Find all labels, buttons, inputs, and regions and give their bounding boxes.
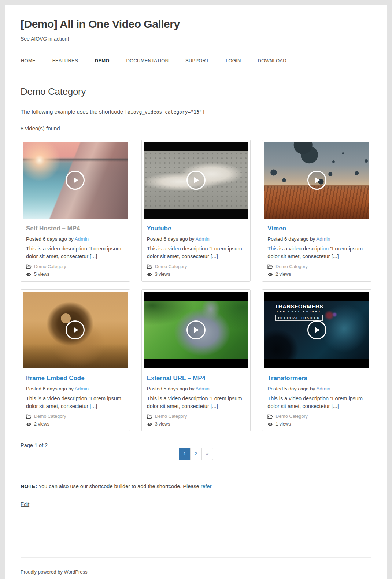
video-thumbnail[interactable] <box>23 142 128 219</box>
nav-item-download[interactable]: DOWNLOAD <box>258 58 286 63</box>
wordpress-credit-link[interactable]: Proudly powered by WordPress <box>21 569 88 575</box>
posted-text: Posted 5 days ago by <box>147 386 195 391</box>
video-thumbnail[interactable] <box>264 142 369 219</box>
video-posted-line: Posted 6 days ago by Admin <box>26 236 125 242</box>
video-thumbnail[interactable]: TRANSFORMERS THE LAST KNIGHT OFFICIAL TR… <box>264 292 369 368</box>
pagination-next[interactable]: » <box>201 448 213 460</box>
video-card: External URL – MP4 Posted 5 days ago by … <box>141 289 251 431</box>
video-title[interactable]: Vimeo <box>267 225 286 232</box>
video-posted-line: Posted 5 days ago by Admin <box>267 386 366 391</box>
video-card-body: Vimeo Posted 6 days ago by Admin This is… <box>264 219 369 277</box>
folder-icon <box>267 414 273 419</box>
video-card: Youtube Posted 6 days ago by Admin This … <box>141 140 251 282</box>
play-icon[interactable] <box>66 320 85 339</box>
video-category-row: Demo Category <box>26 264 125 269</box>
video-posted-line: Posted 6 days ago by Admin <box>267 236 366 242</box>
pagination-page-1[interactable]: 1 <box>179 448 191 460</box>
video-views-row: 3 views <box>147 422 245 427</box>
page-title: Demo Category <box>21 86 371 97</box>
category-label[interactable]: Demo Category <box>275 264 308 269</box>
eye-icon <box>26 272 32 276</box>
views-label: 1 views <box>275 422 291 427</box>
video-title[interactable]: Youtube <box>147 225 171 232</box>
author-link[interactable]: Admin <box>196 386 210 391</box>
posted-text: Posted 6 days ago by <box>147 236 195 242</box>
site-container: [Demo] All in One Video Gallery See AIOV… <box>5 5 387 579</box>
nav-item-demo[interactable]: DEMO <box>95 58 110 63</box>
views-label: 3 views <box>155 422 170 427</box>
author-link[interactable]: Admin <box>316 236 330 242</box>
play-icon[interactable] <box>186 171 206 190</box>
video-title[interactable]: External URL – MP4 <box>147 375 206 382</box>
category-label[interactable]: Demo Category <box>155 414 187 419</box>
video-card: Iframe Embed Code Posted 6 days ago by A… <box>21 289 130 431</box>
video-thumbnail[interactable] <box>144 292 249 368</box>
video-thumbnail[interactable] <box>144 142 249 219</box>
page-indicator: Page 1 of 2 <box>21 442 48 448</box>
author-link[interactable]: Admin <box>316 386 330 391</box>
play-icon[interactable] <box>66 171 85 190</box>
play-icon[interactable] <box>186 320 206 339</box>
video-card: Vimeo Posted 6 days ago by Admin This is… <box>262 140 371 282</box>
note-text: You can also use our shortcode builder t… <box>37 483 201 489</box>
video-card: Self Hosted – MP4 Posted 6 days ago by A… <box>21 140 130 282</box>
refer-link[interactable]: refer <box>201 483 212 489</box>
site-header: [Demo] All in One Video Gallery See AIOV… <box>21 18 371 42</box>
posted-text: Posted 6 days ago by <box>26 236 74 242</box>
video-views-row: 2 views <box>267 272 366 277</box>
play-icon[interactable] <box>307 171 326 190</box>
video-description: This is a video description."Lorem ipsum… <box>26 395 125 410</box>
author-link[interactable]: Admin <box>196 236 210 242</box>
eye-icon <box>147 422 152 426</box>
video-description: This is a video description."Lorem ipsum… <box>147 245 245 260</box>
video-description: This is a video description."Lorem ipsum… <box>267 395 366 410</box>
note-prefix: NOTE: <box>21 483 37 489</box>
eye-icon <box>267 422 273 426</box>
video-description: This is a video description."Lorem ipsum… <box>267 245 366 260</box>
nav-item-support[interactable]: SUPPORT <box>185 58 209 63</box>
video-views-row: 1 views <box>267 422 366 427</box>
video-views-row: 5 views <box>26 272 125 277</box>
video-title[interactable]: Self Hosted – MP4 <box>26 225 80 232</box>
author-link[interactable]: Admin <box>75 386 89 391</box>
shortcode-snippet: [aiovg_videos category="13"] <box>125 109 205 115</box>
overlay-title: TRANSFORMERS <box>271 303 326 309</box>
nav-item-home[interactable]: HOME <box>21 58 36 63</box>
video-count: 8 video(s) found <box>21 125 371 131</box>
video-title[interactable]: Transformers <box>267 375 307 382</box>
category-label[interactable]: Demo Category <box>34 414 66 419</box>
video-category-row: Demo Category <box>267 414 366 419</box>
pagination-page-2[interactable]: 2 <box>190 448 202 460</box>
video-card-body: External URL – MP4 Posted 5 days ago by … <box>144 368 249 427</box>
pagination: 12» <box>179 448 213 460</box>
video-category-row: Demo Category <box>267 264 366 269</box>
eye-icon <box>147 272 152 276</box>
video-posted-line: Posted 5 days ago by Admin <box>147 386 245 391</box>
category-label[interactable]: Demo Category <box>155 264 187 269</box>
main-content: Demo Category The following example uses… <box>21 86 371 519</box>
edit-link[interactable]: Edit <box>21 501 29 507</box>
video-title[interactable]: Iframe Embed Code <box>26 375 85 382</box>
posted-text: Posted 5 days ago by <box>267 386 315 391</box>
video-views-row: 2 views <box>26 422 125 427</box>
nav-item-features[interactable]: FEATURES <box>52 58 78 63</box>
folder-icon <box>26 264 32 269</box>
video-thumbnail[interactable] <box>23 292 128 368</box>
eye-icon <box>267 272 273 276</box>
views-label: 3 views <box>155 272 170 277</box>
note-paragraph: NOTE: You can also use our shortcode bui… <box>21 483 371 489</box>
category-label[interactable]: Demo Category <box>34 264 66 269</box>
video-card-body: Self Hosted – MP4 Posted 6 days ago by A… <box>23 219 128 277</box>
video-posted-line: Posted 6 days ago by Admin <box>26 386 125 391</box>
video-card-body: Transformers Posted 5 days ago by Admin … <box>264 368 369 427</box>
category-label[interactable]: Demo Category <box>275 414 308 419</box>
nav-item-login[interactable]: LOGIN <box>226 58 241 63</box>
nav-item-documentation[interactable]: DOCUMENTATION <box>126 58 169 63</box>
site-footer: Proudly powered by WordPress <box>21 558 371 575</box>
folder-icon <box>147 414 152 419</box>
site-title: [Demo] All in One Video Gallery <box>21 18 371 30</box>
posted-text: Posted 6 days ago by <box>26 386 74 391</box>
video-card-body: Iframe Embed Code Posted 6 days ago by A… <box>23 368 128 427</box>
author-link[interactable]: Admin <box>75 236 89 242</box>
play-icon[interactable] <box>307 320 326 339</box>
